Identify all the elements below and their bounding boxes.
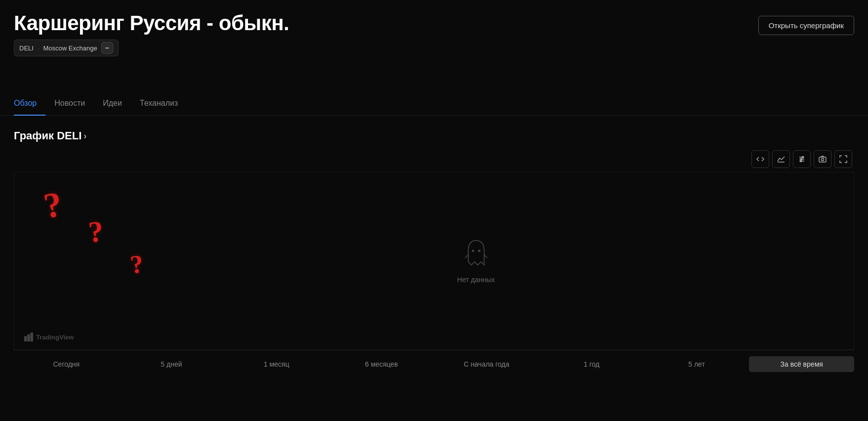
exchange-text: Moscow Exchange xyxy=(43,44,97,52)
chart-title-text: График DELI xyxy=(14,129,82,142)
time-btn-today[interactable]: Сегодня xyxy=(14,356,119,372)
tab-ideas[interactable]: Идеи xyxy=(94,92,131,116)
chart-type-button[interactable] xyxy=(772,150,790,168)
embed-button[interactable] xyxy=(751,150,769,168)
question-mark-1: ? xyxy=(41,186,65,224)
minus-button[interactable]: − xyxy=(101,42,113,54)
ghost-icon xyxy=(460,238,492,270)
tradingview-label: TradingView xyxy=(36,334,74,341)
tabs-container: ОбзорНовостиИдеиТеханализ xyxy=(0,92,868,116)
chart-area: ? ? ? Нет данных xyxy=(14,172,854,350)
time-btn-5years[interactable]: 5 лет xyxy=(644,356,749,372)
header-left: Каршеринг Руссия - обыкн. DELI · Moscow … xyxy=(14,12,289,56)
time-btn-5days[interactable]: 5 дней xyxy=(119,356,224,372)
no-data-container: Нет данных xyxy=(457,238,495,284)
question-mark-2: ? xyxy=(87,216,104,247)
fullscreen-button[interactable] xyxy=(834,150,852,168)
svg-point-6 xyxy=(800,161,802,162)
chart-title-chevron: › xyxy=(83,131,86,141)
ticker-dot: · xyxy=(38,44,40,52)
svg-rect-15 xyxy=(31,333,33,341)
svg-line-12 xyxy=(484,255,487,258)
tradingview-logo xyxy=(24,333,33,341)
svg-point-10 xyxy=(478,250,480,252)
question-mark-3: ? xyxy=(129,251,145,278)
chart-section: График DELI› xyxy=(0,116,868,372)
time-btn-1year[interactable]: 1 год xyxy=(539,356,644,372)
no-data-text: Нет данных xyxy=(457,276,495,284)
tab-overview[interactable]: Обзор xyxy=(14,92,45,116)
time-btn-alltime[interactable]: За всё время xyxy=(749,356,854,372)
svg-rect-14 xyxy=(27,335,30,341)
time-range-bar: Сегодня5 дней1 месяц6 месяцевС начала го… xyxy=(14,350,854,372)
svg-point-8 xyxy=(822,159,824,161)
svg-rect-7 xyxy=(819,157,826,162)
header: Каршеринг Руссия - обыкн. DELI · Moscow … xyxy=(0,0,868,62)
tab-news[interactable]: Новости xyxy=(45,92,94,116)
ticker-text: DELI xyxy=(19,44,34,52)
svg-point-5 xyxy=(802,157,804,158)
tradingview-watermark: TradingView xyxy=(24,333,74,341)
svg-line-11 xyxy=(465,255,468,258)
open-superchart-button[interactable]: Открыть суперграфик xyxy=(758,16,854,35)
page-title: Каршеринг Руссия - обыкн. xyxy=(14,12,289,35)
svg-point-4 xyxy=(801,159,802,160)
time-btn-1month[interactable]: 1 месяц xyxy=(224,356,329,372)
svg-point-9 xyxy=(472,250,474,252)
time-btn-ytd[interactable]: С начала года xyxy=(434,356,539,372)
ticker-badge: DELI · Moscow Exchange − xyxy=(14,40,119,56)
tab-techanalysis[interactable]: Теханализ xyxy=(131,92,187,116)
time-btn-6months[interactable]: 6 месяцев xyxy=(329,356,434,372)
svg-rect-13 xyxy=(24,336,27,341)
indicators-button[interactable] xyxy=(793,150,811,168)
chart-toolbar xyxy=(14,150,854,168)
camera-button[interactable] xyxy=(814,150,831,168)
chart-title-link[interactable]: График DELI› xyxy=(14,129,854,142)
